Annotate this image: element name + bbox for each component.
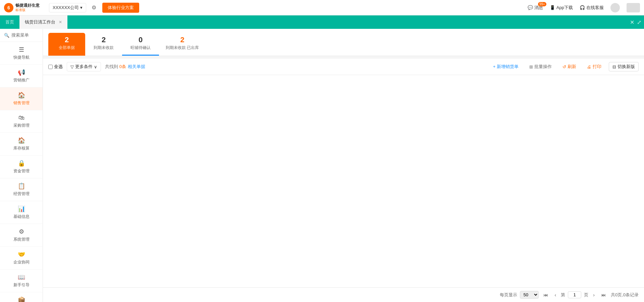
- stat-tab-overdue[interactable]: 2 到期未收款: [85, 33, 122, 56]
- system-icon: ⚙: [19, 228, 24, 235]
- sidebar-item-finance[interactable]: 🔒 资金管理: [0, 156, 43, 178]
- page-total: 共0页,0条记录: [611, 292, 639, 298]
- select-all-checkbox[interactable]: 全选: [48, 64, 63, 70]
- purchase-label: 采购管理: [13, 123, 30, 128]
- message-badge: 99+: [538, 2, 546, 6]
- select-all-label: 全选: [54, 64, 63, 70]
- finance-icon: 🔒: [18, 160, 25, 167]
- stat-overdue-label: 到期未收款: [94, 45, 114, 51]
- app-center-icon: 📦: [18, 296, 25, 302]
- message-btn[interactable]: 💬 消息 99+: [528, 5, 543, 11]
- switch-label: 切换新版: [618, 64, 635, 70]
- purchase-icon: 🛍: [18, 114, 24, 121]
- pagination: 每页显示 50 100 200 ⏮ ‹ 第 1 页 › ⏭ 共0页,0条记录: [43, 287, 644, 302]
- sidebar-item-marketing[interactable]: 📢 营销推广: [0, 65, 43, 87]
- switch-version-btn[interactable]: ⊟ 切换新版: [609, 62, 639, 71]
- found-count: 0条: [119, 64, 126, 69]
- toolbar-left: 全选 ▽ 更多条件 ∨ 共找到 0条 相关单据: [48, 62, 145, 71]
- header-left: 6 畅捷通好生意 标准版 XXXXXX公司 ▾ ⚙ 体验行业方案: [4, 3, 139, 13]
- stat-tab-shipped[interactable]: 2 到期未收款 已出库: [159, 33, 206, 56]
- app-icon: 📱: [550, 5, 555, 10]
- tab-home[interactable]: 首页: [0, 15, 19, 29]
- related-link[interactable]: 相关单据: [128, 64, 145, 69]
- inventory-label: 库存核算: [13, 145, 30, 151]
- sidebar-item-app-center[interactable]: 📦 应用中心: [0, 292, 43, 302]
- next-page-btn[interactable]: ›: [591, 292, 597, 298]
- stat-all-number: 2: [65, 36, 69, 44]
- finance-label: 资金管理: [13, 168, 30, 174]
- refresh-btn[interactable]: ↺ 刷新: [559, 62, 580, 71]
- stat-all-label: 全部单据: [59, 45, 75, 51]
- tab-close-all-icon[interactable]: ✕: [630, 19, 634, 25]
- page-suffix: 页: [584, 292, 588, 298]
- quick-nav-label: 快捷导航: [13, 55, 30, 60]
- refresh-icon: ↺: [562, 64, 566, 69]
- sidebar-item-inventory[interactable]: 🏠 库存核算: [0, 133, 43, 156]
- online-service-btn[interactable]: 🎧 在线客服: [580, 5, 604, 11]
- quick-nav-icon: ☰: [19, 46, 24, 53]
- tab-close-icon[interactable]: ✕: [59, 20, 62, 24]
- content-area: 2 全部单据 2 到期未收款 0 旺辅待确认 2 到期未收款 已出库 全选: [43, 29, 644, 302]
- app-download-btn[interactable]: 📱 App下载: [550, 5, 573, 11]
- stat-tab-all[interactable]: 2 全部单据: [48, 33, 85, 56]
- sidebar-item-sales[interactable]: 🏠 销售管理: [0, 87, 43, 110]
- marketing-label: 营销推广: [13, 77, 30, 83]
- first-page-btn[interactable]: ⏮: [541, 292, 550, 298]
- sales-label: 销售管理: [13, 100, 30, 106]
- system-label: 系统管理: [13, 237, 30, 242]
- user-name-area: [627, 3, 640, 12]
- prev-page-btn[interactable]: ‹: [553, 292, 558, 298]
- top-header: 6 畅捷通好生意 标准版 XXXXXX公司 ▾ ⚙ 体验行业方案 💬 消息 99…: [0, 0, 644, 15]
- search-icon: 🔍: [4, 33, 9, 38]
- sidebar-item-operations[interactable]: 📋 经营管理: [0, 178, 43, 201]
- print-btn[interactable]: 🖨 打印: [584, 62, 605, 71]
- inventory-icon: 🏠: [18, 137, 25, 144]
- operations-label: 经营管理: [13, 191, 30, 197]
- app-download-label: App下载: [556, 5, 573, 11]
- select-all-input[interactable]: [48, 65, 53, 69]
- stat-overdue-number: 2: [102, 36, 106, 44]
- stat-tab-pending[interactable]: 0 旺辅待确认: [122, 33, 159, 56]
- sidebar-item-purchase[interactable]: 🛍 采购管理: [0, 110, 43, 133]
- page-size-select[interactable]: 50 100 200: [520, 291, 539, 299]
- stat-shipped-label: 到期未收款 已出库: [166, 45, 199, 51]
- filter-btn[interactable]: ▽ 更多条件 ∨: [67, 62, 101, 71]
- tab-bar: 首页 钱货日清工作台 ✕ ✕ ⤢: [0, 15, 644, 29]
- enterprise-icon: 🤝: [18, 251, 25, 258]
- table-area: [43, 75, 644, 287]
- operations-icon: 📋: [18, 182, 25, 190]
- sidebar-item-enterprise[interactable]: 🤝 企业协同: [0, 247, 43, 269]
- tab-expand-icon[interactable]: ⤢: [637, 19, 641, 25]
- stat-pending-number: 0: [139, 36, 143, 44]
- message-icon: 💬: [528, 5, 533, 10]
- batch-icon: ⊞: [529, 64, 533, 69]
- last-page-btn[interactable]: ⏭: [599, 292, 608, 298]
- try-industry-btn[interactable]: 体验行业方案: [102, 3, 139, 13]
- sidebar-item-guide[interactable]: 📖 新手引导: [0, 269, 43, 292]
- settings-icon[interactable]: ⚙: [92, 4, 96, 11]
- avatar[interactable]: [610, 3, 620, 12]
- toolbar: 全选 ▽ 更多条件 ∨ 共找到 0条 相关单据 + 新增销货单 ⊞ 批量操作: [43, 59, 644, 75]
- sidebar-item-base-info[interactable]: 📊 基础信息: [0, 201, 43, 224]
- online-service-label: 在线客服: [586, 5, 604, 11]
- sidebar-search[interactable]: 🔍 搜索菜单: [0, 29, 43, 42]
- tab-workbench-label: 钱货日清工作台: [25, 19, 55, 25]
- page-input[interactable]: 1: [568, 291, 581, 298]
- page-size-label: 每页显示: [500, 292, 517, 298]
- stat-pending-label: 旺辅待确认: [130, 45, 151, 51]
- sidebar-item-quick-nav[interactable]: ☰ 快捷导航: [0, 42, 43, 65]
- tab-workbench[interactable]: 钱货日清工作台 ✕: [19, 15, 67, 29]
- filter-label: 更多条件: [75, 64, 93, 70]
- filter-icon: ▽: [70, 64, 74, 69]
- add-sales-btn[interactable]: + 新增销货单: [490, 62, 522, 71]
- found-text: 共找到 0条 相关单据: [105, 64, 145, 70]
- marketing-icon: 📢: [18, 69, 25, 76]
- batch-btn[interactable]: ⊞ 批量操作: [526, 62, 555, 71]
- sidebar-item-system[interactable]: ⚙ 系统管理: [0, 224, 43, 247]
- base-info-label: 基础信息: [13, 214, 30, 220]
- company-selector[interactable]: XXXXXX公司 ▾: [49, 3, 86, 12]
- tab-bar-actions: ✕ ⤢: [630, 19, 641, 25]
- refresh-label: 刷新: [568, 64, 576, 70]
- sales-icon: 🏠: [18, 92, 25, 99]
- enterprise-label: 企业协同: [13, 259, 30, 265]
